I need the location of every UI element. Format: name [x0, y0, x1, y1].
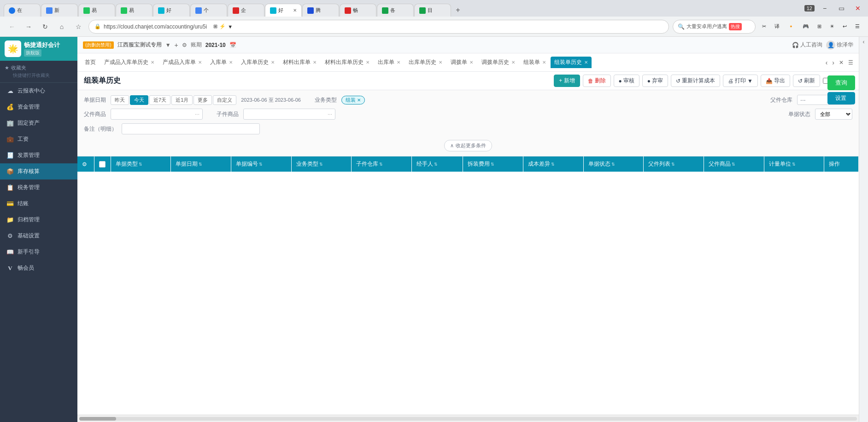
browser-tab-6[interactable]: 个 — [190, 4, 227, 17]
sort-biz-type-icon[interactable]: ⇅ — [319, 162, 323, 167]
sidebar-item-payroll[interactable]: 💼 工资 — [0, 131, 77, 147]
th-settings[interactable]: ⚙ — [77, 156, 94, 172]
th-bill-date[interactable]: 单据日期 ⇅ — [171, 156, 231, 172]
bookmark-button[interactable]: ☆ — [72, 20, 85, 33]
audit-button[interactable]: ● 审核 — [614, 75, 639, 87]
browser-tab-3[interactable]: 易 — [78, 4, 115, 17]
nav-item-assembly-history[interactable]: 组装单历史 ✕ — [551, 57, 592, 68]
th-bill-status[interactable]: 单据状态 ⇅ — [583, 156, 644, 172]
th-checkbox[interactable] — [94, 156, 111, 172]
settings-gear-icon[interactable]: ⚙ — [182, 42, 187, 48]
th-cost-diff[interactable]: 成本差异 ⇅ — [523, 156, 583, 172]
brightness-tool[interactable]: ☀ — [827, 23, 837, 30]
nav-item-out-order[interactable]: 出库单 ✕ — [374, 57, 404, 68]
sidebar-item-invoice[interactable]: 🧾 发票管理 — [0, 147, 77, 163]
today-btn[interactable]: 今天 — [130, 95, 148, 105]
close-icon[interactable]: ✕ — [511, 60, 515, 65]
yesterday-btn[interactable]: 昨天 — [111, 95, 129, 105]
nav-item-out-history[interactable]: 出库单历史 ✕ — [405, 57, 446, 68]
sidebar-item-archive[interactable]: 📁 归档管理 — [0, 212, 77, 228]
sidebar-item-settings[interactable]: ⚙ 基础设置 — [0, 228, 77, 244]
nav-next-btn[interactable]: › — [830, 58, 836, 67]
sidebar-item-inventory[interactable]: 📦 库存核算 — [0, 163, 77, 179]
th-parent-list[interactable]: 父件列表 ⇅ — [644, 156, 704, 172]
close-window-button[interactable]: ✕ — [851, 2, 864, 15]
close-icon[interactable]: ✕ — [271, 60, 275, 65]
sidebar-item-guide[interactable]: 📖 新手引导 — [0, 244, 77, 260]
search-area[interactable]: 🔍 大量安卓用户逃离 热搜 — [673, 20, 756, 34]
nav-item-material-out[interactable]: 材料出库单 ✕ — [279, 57, 320, 68]
menu-tool[interactable]: ☰ — [852, 23, 862, 30]
sort-disassemble-fee-icon[interactable]: ⇅ — [491, 162, 494, 167]
maximize-button[interactable]: ▭ — [835, 2, 848, 15]
sort-parent-list-icon[interactable]: ⇅ — [671, 162, 675, 167]
forward-button[interactable]: → — [22, 20, 35, 33]
nav-item-product-in-history[interactable]: 产成品入库单历史 ✕ — [100, 57, 158, 68]
scrollbar-thumb[interactable] — [79, 417, 116, 421]
remove-biz-type-btn[interactable]: ✕ — [357, 98, 361, 103]
close-icon[interactable]: ✕ — [439, 60, 442, 65]
browser-tab-10[interactable]: 畅 — [340, 4, 376, 17]
sidebar-item-fund-mgmt[interactable]: 💰 资金管理 — [0, 99, 77, 115]
sort-bill-no-icon[interactable]: ⇅ — [259, 162, 263, 167]
home-button[interactable]: ⌂ — [55, 20, 68, 33]
nav-item-in-order[interactable]: 入库单 ✕ — [206, 57, 236, 68]
close-icon[interactable]: ✕ — [584, 60, 588, 65]
sidebar-item-checkout[interactable]: 💳 结账 — [0, 196, 77, 212]
close-icon[interactable]: ✕ — [229, 60, 233, 65]
delete-button[interactable]: 🗑 删除 — [583, 75, 611, 87]
parent-goods-input[interactable]: ··· — [111, 109, 203, 120]
browser-tab-2[interactable]: 新 — [41, 4, 78, 17]
close-icon[interactable]: ✕ — [397, 60, 400, 65]
translate-tool[interactable]: 译 — [772, 22, 782, 31]
browser-tab-12[interactable]: 目 — [414, 4, 451, 17]
th-handler[interactable]: 经手人 ⇅ — [412, 156, 463, 172]
bill-status-select[interactable]: 全部 草稿 已审核 — [815, 109, 852, 120]
grid-tool[interactable]: ⊞ — [815, 23, 824, 30]
calendar-icon[interactable]: 📅 — [229, 42, 236, 48]
nav-item-in-history[interactable]: 入库单历史 ✕ — [237, 57, 278, 68]
panel-collapse-btn[interactable]: ‹ — [863, 39, 865, 45]
close-icon[interactable]: ✕ — [151, 60, 154, 65]
reload-button[interactable]: ↻ — [39, 20, 52, 33]
more-btn[interactable]: 更多 — [194, 95, 212, 105]
nav-prev-btn[interactable]: ‹ — [824, 58, 830, 67]
sort-handler-icon[interactable]: ⇅ — [434, 162, 438, 167]
browser-tab-5[interactable]: 好 — [153, 4, 190, 17]
sort-bill-status-icon[interactable]: ⇅ — [611, 162, 615, 167]
th-bill-type[interactable]: 单据类型 ⇅ — [111, 156, 171, 172]
sort-bill-date-icon[interactable]: ⇅ — [199, 162, 202, 167]
month-btn[interactable]: 近1月 — [171, 95, 193, 105]
sort-bill-type-icon[interactable]: ⇅ — [139, 162, 142, 167]
refresh-button[interactable]: ↺ 刷新 — [793, 75, 820, 87]
sidebar-item-tax[interactable]: 📋 税务管理 — [0, 179, 77, 196]
abandon-button[interactable]: ● 弃审 — [642, 75, 668, 87]
company-dropdown-icon[interactable]: ▼ — [165, 42, 171, 48]
column-settings-icon[interactable]: ⚙ — [82, 161, 87, 168]
th-biz-type[interactable]: 业务类型 ⇅ — [291, 156, 352, 172]
new-tab-button[interactable]: + — [452, 4, 464, 17]
tab-close-icon[interactable]: ✕ — [293, 8, 297, 13]
sort-unit-icon[interactable]: ⇅ — [792, 162, 796, 167]
week-btn[interactable]: 近7天 — [149, 95, 170, 105]
browser-tab-9[interactable]: 腾 — [302, 4, 339, 17]
print-button[interactable]: 🖨 打印 ▼ — [723, 75, 758, 87]
sidebar-item-fixed-assets[interactable]: 🏢 固定资产 — [0, 115, 77, 131]
game-tool[interactable]: 🎮 — [800, 23, 812, 30]
sidebar-favorites[interactable]: ★ 收藏夹 快捷键打开收藏夹 — [0, 61, 77, 83]
url-bar[interactable]: 🔒 https://cloud.chanjet.com/accounting/u… — [88, 20, 669, 34]
export-button[interactable]: 📤 导出 — [761, 75, 790, 87]
minimize-button[interactable]: − — [818, 2, 831, 15]
th-child-warehouse[interactable]: 子件仓库 ⇅ — [352, 156, 412, 172]
nav-item-product-in[interactable]: 产成品入库单 ✕ — [159, 57, 205, 68]
sort-cost-diff-icon[interactable]: ⇅ — [551, 162, 555, 167]
notes-input[interactable] — [122, 123, 260, 134]
close-all-btn[interactable]: ✕ — [837, 58, 845, 67]
browser-tab-4[interactable]: 易 — [116, 4, 152, 17]
close-icon[interactable]: ✕ — [366, 60, 369, 65]
custom-btn[interactable]: 自定义 — [213, 95, 236, 105]
nav-item-home[interactable]: 首页 — [81, 57, 100, 68]
close-icon[interactable]: ✕ — [198, 60, 202, 65]
settings-button[interactable]: 设置 — [827, 92, 855, 104]
emoji-tool[interactable]: 🔸 — [785, 23, 797, 30]
